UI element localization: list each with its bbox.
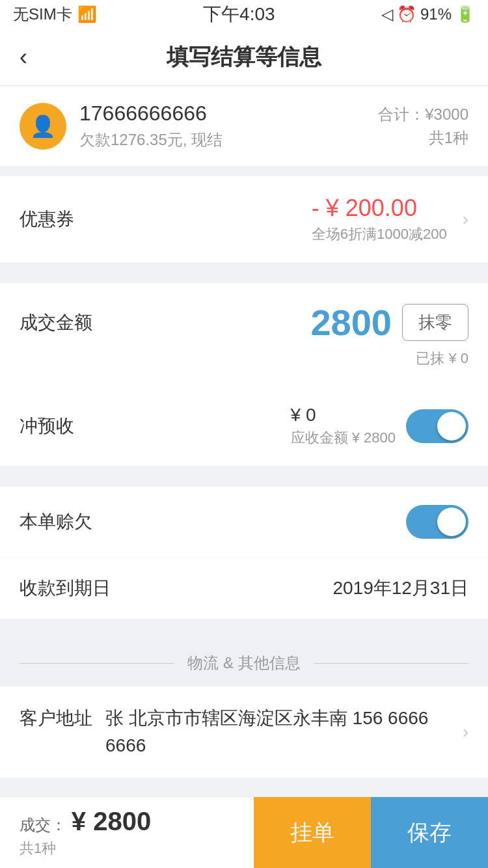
avatar: 👤 (20, 103, 66, 150)
customer-phone: 17666666666 (79, 102, 223, 126)
debt-row: 本单赊欠 (0, 487, 488, 558)
coupon-discount: - ¥ 200.00 (312, 195, 447, 222)
due-date-row: 收款到期日 2019年12月31日 (0, 558, 488, 619)
divider-label-text: 物流 & 其他信息 (187, 653, 300, 673)
total-label: 合计：¥3000 (378, 104, 468, 125)
divider-line-left (20, 663, 174, 664)
prepay-label: 冲预收 (20, 414, 74, 439)
logistics-divider: 物流 & 其他信息 (0, 640, 488, 686)
coupon-description: 全场6折满1000减200 (312, 224, 447, 244)
customer-subtext: 欠款1276.35元, 现结 (79, 129, 223, 150)
battery-icon: 🔋 (455, 5, 475, 23)
address-label: 客户地址 (20, 706, 92, 731)
coupon-right: - ¥ 200.00 全场6折满1000减200 › (312, 195, 468, 244)
page-title: 填写结算等信息 (167, 42, 321, 72)
avatar-icon: 👤 (30, 114, 56, 139)
customer-right: 合计：¥3000 共1种 (378, 104, 468, 148)
status-time: 下午4:03 (203, 2, 275, 27)
bottom-info: 成交： ¥ 2800 共1种 (0, 807, 254, 858)
coupon-label: 优惠券 (20, 207, 74, 232)
due-date-value: 2019年12月31日 (332, 576, 468, 601)
bottom-deal-row: 成交： ¥ 2800 (20, 807, 234, 836)
address-chevron: › (463, 722, 468, 742)
status-right: ◁ ⏰ 91% 🔋 (381, 5, 475, 23)
back-button[interactable]: ‹ (20, 44, 27, 71)
main-content: 👤 17666666666 欠款1276.35元, 现结 合计：¥3000 共1… (0, 86, 488, 856)
address-content: 张 北京市市辖区海淀区永丰南 156 6666 6666 (105, 705, 457, 759)
customer-section: 👤 17666666666 欠款1276.35元, 现结 合计：¥3000 共1… (0, 86, 488, 166)
nav-bar: ‹ 填写结算等信息 (0, 29, 488, 86)
amount-row: 成交金额 2800 抹零 (0, 283, 488, 349)
total-count: 共1种 (378, 128, 468, 148)
carrier-text: 无SIM卡 (13, 4, 72, 25)
location-icon: ◁ (381, 5, 393, 23)
status-left: 无SIM卡 📶 (13, 4, 97, 25)
customer-left: 👤 17666666666 欠款1276.35元, 现结 (20, 102, 223, 150)
prepay-row: 冲预收 ¥ 0 应收金额 ¥ 2800 (0, 387, 488, 466)
coupon-section: 优惠券 - ¥ 200.00 全场6折满1000减200 › (0, 176, 488, 262)
pending-button[interactable]: 挂单 (254, 797, 371, 869)
debt-right (406, 505, 468, 539)
bottom-bar: 成交： ¥ 2800 共1种 挂单 保存 (0, 796, 488, 868)
amount-sub: 已抹 ¥ 0 (0, 349, 488, 387)
deal-amount-label: 成交金额 (20, 310, 92, 335)
amount-right: 2800 抹零 (310, 301, 468, 344)
status-bar: 无SIM卡 📶 下午4:03 ◁ ⏰ 91% 🔋 (0, 0, 488, 29)
debt-section: 本单赊欠 收款到期日 2019年12月31日 (0, 487, 488, 619)
coupon-chevron: › (463, 209, 468, 230)
total-amount: ¥3000 (425, 105, 468, 123)
round-button[interactable]: 抹零 (402, 304, 468, 341)
due-date-right: 2019年12月31日 (332, 576, 468, 601)
debt-label: 本单赊欠 (20, 509, 92, 534)
debt-toggle[interactable] (406, 505, 468, 539)
deal-amount-value: 2800 (310, 301, 392, 344)
wifi-icon: 📶 (77, 5, 97, 23)
divider-3 (0, 629, 488, 640)
battery-text: 91% (420, 5, 452, 23)
prepay-toggle[interactable] (406, 409, 468, 443)
bottom-amount: ¥ 2800 (72, 807, 151, 835)
prepay-right: ¥ 0 应收金额 ¥ 2800 (291, 405, 468, 448)
divider-2 (0, 476, 488, 487)
bottom-deal-label: 成交： (20, 816, 66, 834)
due-date-label: 收款到期日 (20, 576, 111, 601)
toggle-knob (437, 412, 466, 441)
divider-line-right (314, 663, 468, 664)
bottom-count: 共1种 (20, 839, 234, 858)
alarm-icon: ⏰ (397, 5, 416, 23)
customer-info: 17666666666 欠款1276.35元, 现结 (79, 102, 223, 150)
address-section[interactable]: 客户地址 张 北京市市辖区海淀区永丰南 156 6666 6666 › (0, 686, 488, 778)
divider-1 (0, 273, 488, 283)
prepay-sub: 应收金额 ¥ 2800 (291, 428, 396, 448)
save-button[interactable]: 保存 (371, 797, 488, 869)
deal-amount-section: 成交金额 2800 抹零 已抹 ¥ 0 冲预收 ¥ 0 应收金额 ¥ 2800 (0, 283, 488, 466)
debt-toggle-knob (437, 508, 466, 536)
prepay-amount: ¥ 0 (291, 405, 396, 426)
coupon-row[interactable]: 优惠券 - ¥ 200.00 全场6折满1000减200 › (0, 176, 488, 262)
